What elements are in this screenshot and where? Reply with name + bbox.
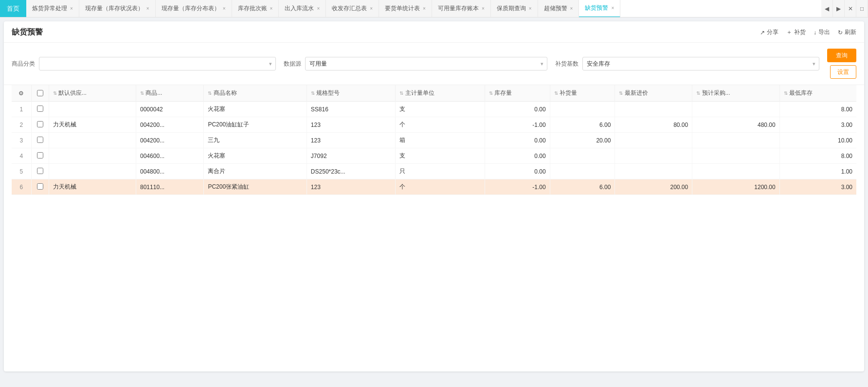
tab-close-icon[interactable]: ×: [223, 6, 226, 11]
row-min-stock: 8.00: [779, 148, 856, 164]
tab-close-icon[interactable]: ×: [317, 6, 320, 11]
tab-maximize-btn[interactable]: □: [856, 0, 868, 18]
tab-close-icon[interactable]: ×: [482, 6, 485, 11]
row-min-stock: 3.00: [779, 117, 856, 133]
category-filter-group: 商品分类: [12, 57, 276, 70]
col-price-sort-icon: ⇅: [619, 90, 623, 96]
tab-home[interactable]: 首页: [0, 0, 26, 18]
col-spec[interactable]: ⇅ 规格型号: [307, 85, 395, 102]
table-container: ⚙ ⇅ 默认供应... ⇅ 商品...: [4, 85, 864, 195]
restock-base-label: 补货基数: [555, 60, 579, 68]
page-container: 缺货预警 ↗ 分享 ＋ 补货 ↓ 导出 ↻ 刷新 商品分类: [4, 21, 864, 371]
tab-close-icon[interactable]: ×: [70, 6, 73, 11]
row-unit: 个: [396, 179, 485, 195]
refresh-action[interactable]: ↻ 刷新: [838, 28, 856, 36]
row-restock: [550, 148, 615, 164]
row-checkbox[interactable]: [37, 121, 43, 127]
row-supplier: [49, 148, 136, 164]
tab-label: 要货单统计表: [385, 4, 420, 13]
tab-label: 超储预警: [544, 4, 567, 13]
tab-order-stats[interactable]: 要货单统计表×: [379, 0, 432, 18]
tab-close-icon[interactable]: ×: [146, 6, 149, 11]
row-latest-price: [615, 133, 692, 148]
query-button[interactable]: 查询: [827, 49, 856, 62]
row-est-purchase: [692, 148, 780, 164]
tab-receive-summary[interactable]: 收发存汇总表×: [326, 0, 379, 18]
row-checkbox[interactable]: [37, 152, 43, 158]
col-unit[interactable]: ⇅ 主计量单位: [396, 85, 485, 102]
restock-action[interactable]: ＋ 补货: [786, 28, 806, 36]
tab-close-icon[interactable]: ×: [370, 6, 373, 11]
col-default-supplier[interactable]: ⇅ 默认供应...: [49, 85, 136, 102]
row-est-purchase: 1200.00: [692, 179, 780, 195]
tab-overstock-warning[interactable]: 超储预警×: [538, 0, 579, 18]
row-code: 0000042: [136, 102, 204, 117]
row-stock: 0.00: [485, 102, 550, 117]
restock-base-select[interactable]: 安全库存 最低库存: [582, 57, 819, 70]
tab-batch-account[interactable]: 库存批次账×: [232, 0, 279, 18]
col-supplier-sort-icon: ⇅: [53, 90, 57, 96]
row-min-stock: 8.00: [779, 102, 856, 117]
row-name: PC200张紧油缸: [204, 179, 307, 195]
col-restock-qty[interactable]: ⇅ 补货量: [550, 85, 615, 102]
col-product-code[interactable]: ⇅ 商品...: [136, 85, 204, 102]
row-num: 4: [12, 148, 31, 164]
row-est-purchase: [692, 102, 780, 117]
tab-close-icon[interactable]: ×: [570, 6, 573, 11]
export-action[interactable]: ↓ 导出: [814, 28, 830, 36]
tab-inout-flow[interactable]: 出入库流水×: [279, 0, 326, 18]
tab-close-icon[interactable]: ×: [611, 5, 614, 11]
gear-icon: ⚙: [18, 90, 24, 97]
row-restock: 20.00: [550, 133, 615, 148]
datasource-select-wrapper: 可用量 库存量: [305, 57, 548, 70]
row-checkbox[interactable]: [37, 106, 43, 112]
tab-next-btn[interactable]: ▶: [833, 0, 845, 18]
settings-button[interactable]: 设置: [830, 65, 856, 79]
row-checkbox-cell: [31, 164, 49, 179]
row-num: 3: [12, 133, 31, 148]
row-code: 801110...: [136, 179, 204, 195]
row-est-purchase: [692, 164, 780, 179]
row-name: 火花塞: [204, 148, 307, 164]
tab-close-icon[interactable]: ×: [529, 6, 532, 11]
col-product-name[interactable]: ⇅ 商品名称: [204, 85, 307, 102]
row-latest-price: [615, 164, 692, 179]
col-settings[interactable]: ⚙: [12, 85, 31, 102]
tab-label: 炼货异常处理: [32, 4, 67, 13]
tab-label: 现存量（库存分布表）: [162, 4, 220, 13]
page-title: 缺货预警: [12, 27, 43, 37]
data-table: ⚙ ⇅ 默认供应... ⇅ 商品...: [12, 85, 856, 195]
tab-close-all-btn[interactable]: ✕: [845, 0, 856, 18]
row-checkbox[interactable]: [37, 183, 43, 190]
share-action[interactable]: ↗ 分享: [760, 28, 778, 36]
col-min-stock[interactable]: ⇅ 最低库存: [779, 85, 856, 102]
col-latest-price[interactable]: ⇅ 最新进价: [615, 85, 692, 102]
row-checkbox-cell: [31, 148, 49, 164]
restock-base-filter-group: 补货基数 安全库存 最低库存: [555, 57, 819, 70]
tab-expiry-query[interactable]: 保质期查询×: [491, 0, 538, 18]
tab-shortage-warning[interactable]: 缺货预警×: [579, 0, 620, 18]
tab-close-icon[interactable]: ×: [423, 6, 426, 11]
col-min-sort-icon: ⇅: [784, 90, 788, 96]
row-restock: 6.00: [550, 179, 615, 195]
row-spec: J7092: [307, 148, 395, 164]
tab-close-icon[interactable]: ×: [270, 6, 273, 11]
row-checkbox[interactable]: [37, 137, 43, 143]
col-stock-qty[interactable]: ⇅ 库存量: [485, 85, 550, 102]
col-spec-sort-icon: ⇅: [311, 90, 315, 96]
tab-abnormal[interactable]: 炼货异常处理×: [26, 0, 79, 18]
tab-available-ledger[interactable]: 可用量库存账本×: [432, 0, 491, 18]
row-checkbox[interactable]: [37, 168, 43, 174]
category-select[interactable]: [39, 57, 276, 70]
tab-inventory-status[interactable]: 现存量（库存状况表）×: [79, 0, 156, 18]
row-spec: 123: [307, 179, 395, 195]
select-all-checkbox[interactable]: [37, 90, 43, 96]
col-est-purchase[interactable]: ⇅ 预计采购...: [692, 85, 780, 102]
tab-inventory-dist[interactable]: 现存量（库存分布表）×: [156, 0, 232, 18]
row-num: 2: [12, 117, 31, 133]
datasource-select[interactable]: 可用量 库存量: [305, 57, 548, 70]
table-row: 4 004600... 火花塞 J7092 支 0.00 8.00: [12, 148, 856, 164]
row-min-stock: 3.00: [779, 179, 856, 195]
tab-prev-btn[interactable]: ◀: [821, 0, 833, 18]
row-est-purchase: [692, 133, 780, 148]
